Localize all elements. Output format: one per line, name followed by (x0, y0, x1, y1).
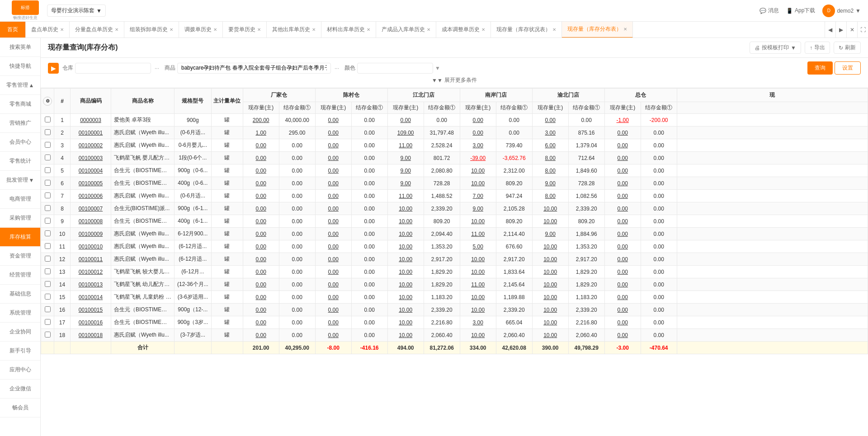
row-checkbox[interactable] (45, 294, 51, 300)
td-na-qty[interactable]: 10.00 (460, 164, 496, 177)
td-cc-qty[interactable]: 0.00 (315, 114, 351, 127)
sidebar-item-wechat[interactable]: 企业微信 (0, 380, 40, 398)
row-checkbox[interactable] (45, 281, 51, 287)
td-zc-qty[interactable]: 0.00 (604, 329, 641, 342)
row-checkbox[interactable] (45, 256, 51, 262)
tab-prev-btn[interactable]: ◀ (825, 22, 835, 38)
row-checkbox[interactable] (45, 117, 51, 122)
sidebar-item-system[interactable]: 系统管理 (0, 304, 40, 323)
row-checkbox[interactable] (45, 205, 51, 211)
tab-10[interactable]: 现存量（库存状况表） ✕ (491, 22, 562, 38)
sidebar-item-retail-stat[interactable]: 零售统计 (0, 152, 40, 171)
tab-3[interactable]: 组装拆卸单历史 ✕ (124, 22, 179, 38)
td-cc-qty[interactable]: 0.00 (315, 316, 351, 329)
td-zc-qty[interactable]: 0.00 (604, 291, 641, 304)
td-jb-qty[interactable]: 10.00 (387, 202, 424, 215)
collapse-filter-btn[interactable]: ▶ (48, 63, 59, 74)
td-cc-qty[interactable]: 0.00 (315, 164, 351, 177)
sidebar-item-members2[interactable]: 畅会员 (0, 398, 40, 417)
td-check[interactable] (41, 127, 54, 139)
td-jb-qty[interactable]: 0.00 (387, 114, 424, 127)
td-cc-qty[interactable]: 0.00 (315, 190, 351, 202)
sidebar-item-marketing[interactable]: 营销推广 (0, 114, 40, 133)
td-check[interactable] (41, 177, 54, 190)
td-check[interactable] (41, 266, 54, 278)
color-input[interactable] (357, 63, 433, 74)
td-check[interactable] (41, 278, 54, 291)
td-check[interactable] (41, 228, 54, 240)
goods-dots-btn[interactable]: ··· (333, 65, 341, 71)
td-jb-qty[interactable]: 10.00 (387, 316, 424, 329)
td-na-qty[interactable]: 10.00 (460, 266, 496, 278)
row-checkbox[interactable] (45, 319, 51, 325)
td-yb-qty[interactable]: 8.00 (532, 152, 568, 164)
td-check[interactable] (41, 190, 54, 202)
td-yb-qty[interactable]: 10.00 (532, 202, 568, 215)
setting-btn[interactable]: 设置 (835, 61, 861, 75)
query-btn[interactable]: 查询 (807, 61, 833, 75)
td-check[interactable] (41, 291, 54, 304)
row-checkbox[interactable] (45, 142, 51, 148)
export-btn[interactable]: ↑ 导出 (805, 42, 830, 54)
tab-close-6[interactable]: ✕ (312, 27, 316, 32)
tab-close-1[interactable]: ✕ (60, 27, 64, 32)
td-zc-qty[interactable]: 0.00 (604, 139, 641, 152)
td-fc-qty[interactable]: 0.00 (243, 316, 279, 329)
td-fc-qty[interactable]: 0.00 (243, 152, 279, 164)
row-checkbox[interactable] (45, 332, 51, 338)
row-checkbox[interactable] (45, 306, 51, 312)
td-zc-qty[interactable]: 0.00 (604, 190, 641, 202)
td-yb-qty[interactable]: 10.00 (532, 266, 568, 278)
td-na-qty[interactable]: 11.00 (460, 228, 496, 240)
td-check[interactable] (41, 253, 54, 266)
td-cc-qty[interactable]: 0.00 (315, 329, 351, 342)
td-na-qty[interactable]: 0.00 (460, 127, 496, 139)
row-checkbox[interactable] (45, 268, 51, 274)
td-yb-qty[interactable]: 10.00 (532, 240, 568, 253)
row-checkbox[interactable] (45, 155, 51, 160)
td-na-qty[interactable]: 0.00 (460, 114, 496, 127)
td-zc-qty[interactable]: 0.00 (604, 240, 641, 253)
td-check[interactable] (41, 202, 54, 215)
td-yb-qty[interactable]: 3.00 (532, 127, 568, 139)
td-jb-qty[interactable]: 11.00 (387, 139, 424, 152)
tab-close-3[interactable]: ✕ (170, 27, 173, 32)
td-fc-qty[interactable]: 0.00 (243, 278, 279, 291)
sidebar-item-guide[interactable]: 新手引导 (0, 342, 40, 361)
td-fc-qty[interactable]: 0.00 (243, 190, 279, 202)
td-yb-qty[interactable]: 6.00 (532, 139, 568, 152)
goods-input[interactable] (177, 63, 331, 74)
td-cc-qty[interactable]: 0.00 (315, 152, 351, 164)
td-zc-qty[interactable]: 0.00 (604, 304, 641, 316)
sidebar-item-corp[interactable]: 企业协同 (0, 323, 40, 342)
refresh-btn[interactable]: ↻ 刷新 (834, 42, 861, 54)
settings-icon[interactable]: ⚙ (43, 97, 52, 106)
td-yb-qty[interactable]: 9.00 (532, 177, 568, 190)
td-cc-qty[interactable]: 0.00 (315, 215, 351, 228)
td-yb-qty[interactable]: 10.00 (532, 278, 568, 291)
sidebar-item-ops[interactable]: 经营管理 (0, 266, 40, 285)
sidebar-item-wholesale[interactable]: 批发管理 ▼ (0, 171, 40, 190)
sidebar-item-basic[interactable]: 基础信息 (0, 285, 40, 304)
td-fc-qty[interactable]: 0.00 (243, 164, 279, 177)
tab-close-11[interactable]: ✕ (623, 27, 627, 32)
td-jb-qty[interactable]: 10.00 (387, 291, 424, 304)
td-jb-qty[interactable]: 9.00 (387, 177, 424, 190)
td-yb-qty[interactable]: 10.00 (532, 316, 568, 329)
td-jb-qty[interactable]: 9.00 (387, 164, 424, 177)
td-yb-qty[interactable]: 10.00 (532, 304, 568, 316)
td-check[interactable] (41, 152, 54, 164)
td-yb-qty[interactable]: 10.00 (532, 253, 568, 266)
td-jb-qty[interactable]: 10.00 (387, 228, 424, 240)
tab-8[interactable]: 产成品入库单历史 ✕ (376, 22, 436, 38)
td-fc-qty[interactable]: 0.00 (243, 139, 279, 152)
sidebar-item-inventory[interactable]: 库存核算 (0, 228, 40, 247)
td-zc-qty[interactable]: 0.00 (604, 253, 641, 266)
td-na-qty[interactable]: 10.00 (460, 304, 496, 316)
td-zc-qty[interactable]: 0.00 (604, 164, 641, 177)
td-na-qty[interactable]: 10.00 (460, 291, 496, 304)
th-settings[interactable]: ⚙ (41, 89, 54, 114)
td-fc-qty[interactable]: 200.00 (243, 114, 279, 127)
tab-2[interactable]: 分量盘点单历史 ✕ (70, 22, 124, 38)
td-jb-qty[interactable]: 10.00 (387, 215, 424, 228)
